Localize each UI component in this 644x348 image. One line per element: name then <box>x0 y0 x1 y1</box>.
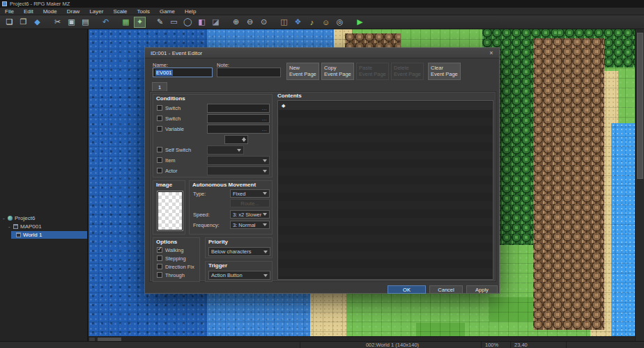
switch2-field[interactable]: … <box>207 114 270 123</box>
tree-item-map001[interactable]: - MAP001 <box>8 223 42 230</box>
movement-title: Autonomous Movement <box>192 182 256 188</box>
new-project-icon[interactable]: ❏ <box>3 17 15 28</box>
clear-event-page-button[interactable]: Clear Event Page <box>428 63 461 80</box>
rectangle-tool-icon[interactable]: ▭ <box>168 17 180 28</box>
shadow-pen-tool-icon[interactable]: ◪ <box>210 17 222 28</box>
tree-item-label: World 1 <box>23 232 42 238</box>
expander-icon[interactable]: - <box>3 215 7 221</box>
variable-value-stepper[interactable] <box>224 135 248 144</box>
switch1-field[interactable]: … <box>207 104 270 113</box>
delete-event-page-button[interactable]: Delete Event Page <box>391 63 424 80</box>
contents-command-row[interactable]: ◆ <box>279 102 492 110</box>
status-empty-cell <box>566 342 644 348</box>
window-titlebar: Project6 - RPG Maker MZ <box>0 0 644 8</box>
frequency-dropdown[interactable]: 3: Normal <box>230 221 270 229</box>
save-project-icon[interactable]: ◆ <box>31 17 43 28</box>
cut-icon[interactable]: ✂ <box>52 17 63 28</box>
trigger-title: Trigger <box>208 262 227 269</box>
new-event-page-button[interactable]: New Event Page <box>286 63 319 80</box>
menu-tools[interactable]: Tools <box>132 8 155 15</box>
tree-item-world1-selected[interactable]: World 1 <box>11 231 87 239</box>
menu-mode[interactable]: Mode <box>38 8 62 15</box>
item-dropdown[interactable] <box>207 156 270 165</box>
pencil-tool-icon[interactable]: ✎ <box>154 17 166 28</box>
trigger-dropdown[interactable]: Action Button <box>208 271 270 280</box>
route-button[interactable]: Route... <box>230 199 270 207</box>
self-switch-dropdown[interactable] <box>207 145 244 155</box>
menu-edit[interactable]: Edit <box>19 8 38 15</box>
toolbar: ❏ ❐ ◆ ✂ ▣ ▤ ↶ ▦ ✦ ✎ ▭ ◯ ◧ ◪ ⊕ ⊖ ⊙ ◫ ❖ ♪ … <box>0 15 644 29</box>
paste-icon[interactable]: ▤ <box>79 17 91 28</box>
undo-icon[interactable]: ↶ <box>100 17 112 28</box>
database-icon[interactable]: ◫ <box>278 17 290 28</box>
map-edit-mode-icon[interactable]: ▦ <box>120 17 132 28</box>
more-icon: … <box>262 105 268 111</box>
variable-checkbox[interactable] <box>157 126 162 132</box>
sound-test-icon[interactable]: ♪ <box>306 17 318 28</box>
item-checkbox[interactable] <box>157 157 162 163</box>
open-project-icon[interactable]: ❐ <box>17 17 29 28</box>
map-icon <box>13 224 18 229</box>
tree-item-project[interactable]: - Project6 <box>3 214 35 222</box>
switch2-checkbox[interactable] <box>157 116 162 121</box>
more-icon: … <box>262 126 268 132</box>
menu-file[interactable]: File <box>0 8 19 15</box>
type-label: Type: <box>193 191 206 197</box>
flood-fill-tool-icon[interactable]: ◧ <box>196 17 208 28</box>
stepper-down-icon[interactable] <box>242 139 246 142</box>
dialog-title: ID:001 - Event Editor <box>151 50 202 56</box>
type-dropdown[interactable]: Fixed <box>230 189 270 198</box>
apply-button[interactable]: Apply <box>466 285 498 294</box>
self-switch-checkbox[interactable] <box>157 147 162 152</box>
more-icon: … <box>262 116 268 122</box>
horizontal-scrollbar[interactable] <box>89 336 635 341</box>
note-input[interactable] <box>217 68 281 77</box>
stepping-checkbox[interactable] <box>157 255 162 261</box>
direction-fix-checkbox[interactable] <box>157 264 162 269</box>
ellipse-tool-icon[interactable]: ◯ <box>182 17 194 28</box>
map-region-grass-dark <box>416 323 465 336</box>
menu-draw[interactable]: Draw <box>62 8 85 15</box>
tab-page-1[interactable]: 1 <box>152 82 167 92</box>
vertical-scrollbar-thumb[interactable] <box>637 33 643 179</box>
vertical-scrollbar[interactable] <box>635 29 644 341</box>
event-searcher-icon[interactable]: ◎ <box>334 17 346 28</box>
menu-help[interactable]: Help <box>180 8 201 15</box>
map-tree-panel: - Project6 - MAP001 World 1 <box>0 29 87 341</box>
variable-field[interactable]: … <box>207 125 270 134</box>
conditions-group: Conditions Switch … Switch … Variable … … <box>153 94 273 177</box>
zoom-in-icon[interactable]: ⊕ <box>230 17 242 28</box>
expander-icon[interactable]: - <box>8 223 13 230</box>
ok-button[interactable]: OK <box>388 285 426 294</box>
priority-dropdown[interactable]: Below characters <box>208 247 270 256</box>
speed-dropdown[interactable]: 3: x2 Slower <box>230 210 270 219</box>
menu-scale[interactable]: Scale <box>108 8 132 15</box>
plugin-manager-icon[interactable]: ❖ <box>292 17 304 28</box>
contents-list[interactable]: ◆ <box>277 100 493 280</box>
event-image-box[interactable] <box>158 191 183 230</box>
copy-event-page-button[interactable]: Copy Event Page <box>321 63 354 80</box>
check-icon: ✓ <box>158 246 162 252</box>
menu-layer[interactable]: Layer <box>84 8 108 15</box>
event-edit-mode-icon[interactable]: ✦ <box>134 17 146 28</box>
copy-icon[interactable]: ▣ <box>66 17 77 28</box>
playtest-icon[interactable]: ▶ <box>354 17 366 28</box>
switch1-checkbox[interactable] <box>157 105 162 111</box>
through-checkbox[interactable] <box>157 272 162 278</box>
dialog-titlebar[interactable]: ID:001 - Event Editor <box>145 48 499 58</box>
close-icon[interactable]: × <box>486 48 496 58</box>
zoom-actual-icon[interactable]: ⊙ <box>258 17 270 28</box>
contents-title: Contents <box>277 93 302 99</box>
image-group: Image <box>153 180 185 235</box>
menu-game[interactable]: Game <box>155 8 180 15</box>
paste-event-page-button[interactable]: Paste Event Page <box>356 63 389 80</box>
zoom-out-icon[interactable]: ⊖ <box>244 17 256 28</box>
menu-bar: File Edit Mode Draw Layer Scale Tools Ga… <box>0 8 644 15</box>
actor-dropdown[interactable] <box>207 166 270 175</box>
cancel-button[interactable]: Cancel <box>429 285 463 294</box>
character-generator-icon[interactable]: ☺ <box>320 17 332 28</box>
walking-checkbox[interactable]: ✓ <box>157 247 162 253</box>
actor-checkbox[interactable] <box>157 168 162 173</box>
switch1-label: Switch <box>165 105 181 111</box>
name-input[interactable]: EV001 <box>153 68 213 77</box>
